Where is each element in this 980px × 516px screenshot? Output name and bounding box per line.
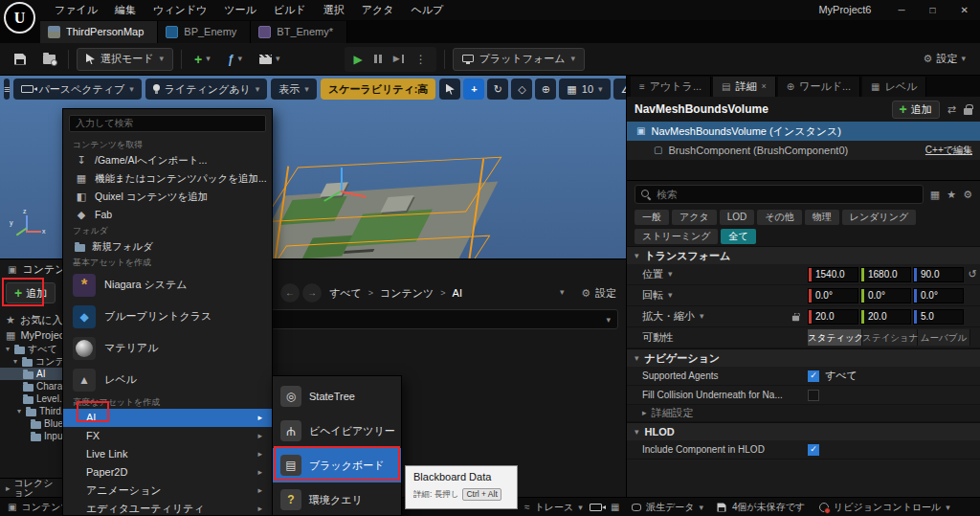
grid-status-button[interactable]: ▦ xyxy=(611,498,619,516)
supported-agents-checkbox[interactable]: ✓ xyxy=(808,370,819,382)
menu-actor[interactable]: アクタ xyxy=(353,5,403,15)
select-mode-dropdown[interactable]: 選択モード ▾ xyxy=(77,48,173,71)
mobility-movable[interactable]: ムーバブル xyxy=(918,329,970,347)
scale-z-field[interactable]: 5.0 xyxy=(913,309,964,325)
scale-tool-button[interactable]: ◇ xyxy=(511,79,532,100)
play-options-button[interactable]: ⋮ xyxy=(415,54,427,65)
tab-bp-enemy[interactable]: BP_Enemy xyxy=(158,21,251,43)
save-button[interactable] xyxy=(10,48,31,71)
menu-item-import[interactable]: ↧ /Game/AIへインポート... xyxy=(63,151,272,169)
unsaved-button[interactable]: 4個が未保存です xyxy=(716,498,805,516)
scale-y-field[interactable]: 20.0 xyxy=(860,309,911,325)
menu-tools[interactable]: ツール xyxy=(215,5,265,15)
forward-button[interactable]: → xyxy=(302,283,322,303)
scalability-button[interactable]: スケーラビリティ:高 xyxy=(321,79,435,100)
select-tool-button[interactable] xyxy=(439,79,460,100)
rotation-y-field[interactable]: 0.0° xyxy=(860,288,911,303)
tab-thirdpersonmap[interactable]: ThirdPersonMap xyxy=(40,21,158,43)
menu-window[interactable]: ウィンドウ xyxy=(145,5,215,15)
menu-item-editor-utility[interactable]: エディタユーティリティ ▸ xyxy=(63,500,272,516)
menu-item-blueprint-class[interactable]: ◆ ブループリントクラス xyxy=(63,301,272,332)
filter-actor[interactable]: アクタ xyxy=(672,210,717,225)
rotation-snap-dropdown[interactable]: ∠ ▾ xyxy=(613,79,626,100)
scale-label[interactable]: 拡大・縮小 ▾ xyxy=(642,311,808,322)
filter-streaming[interactable]: ストリーミング xyxy=(635,229,718,244)
rotation-label[interactable]: 回転 ▾ xyxy=(642,290,808,301)
filter-all[interactable]: 全て xyxy=(721,229,755,244)
platforms-dropdown[interactable]: プラットフォーム ▾ xyxy=(453,48,585,71)
submenu-item-statetree[interactable]: ◎ StateTree xyxy=(273,379,401,414)
menu-item-quixel[interactable]: ◧ Quixel コンテンツを追加 xyxy=(63,188,272,206)
menu-help[interactable]: ヘルプ xyxy=(402,5,452,15)
browser-settings-button[interactable]: ⚙ 設定 xyxy=(581,283,616,303)
filter-misc[interactable]: その他 xyxy=(757,210,801,225)
submenu-item-behavior-tree[interactable]: Ψ ビヘイビアツリー xyxy=(273,414,401,448)
skip-button[interactable]: ▶ xyxy=(393,55,404,63)
blueprints-button[interactable]: ƒ ▾ xyxy=(223,48,247,71)
section-transform[interactable]: ▾ トランスフォーム xyxy=(627,246,980,264)
location-y-field[interactable]: 1680.0 xyxy=(860,267,911,282)
close-button[interactable]: ✕ xyxy=(961,6,969,15)
unreal-logo[interactable]: U xyxy=(4,2,35,34)
rotation-z-field[interactable]: 0.0° xyxy=(913,288,964,303)
show-dropdown[interactable]: 表示 ▾ xyxy=(271,79,317,100)
swap-icon[interactable]: ⇄ xyxy=(947,104,956,115)
advanced-expander[interactable]: ▸ 詳細設定 xyxy=(627,405,980,422)
tab-details[interactable]: ▤ 詳細 × xyxy=(713,77,776,97)
revision-control-button[interactable]: リビジョンコントロール ▾ xyxy=(819,498,950,516)
perspective-dropdown[interactable]: パースペクティブ ▾ xyxy=(13,79,141,100)
lock-icon[interactable] xyxy=(964,108,972,115)
menu-item-live-link[interactable]: Live Link ▸ xyxy=(63,445,272,463)
menu-item-paper2d[interactable]: Paper2D ▸ xyxy=(63,463,272,482)
rotate-tool-button[interactable]: ↻ xyxy=(487,79,508,100)
add-component-button[interactable]: + 追加 xyxy=(892,101,940,119)
capture-status-button[interactable] xyxy=(590,498,602,516)
reset-location-button[interactable]: ↺ xyxy=(966,269,979,280)
menu-item-material[interactable]: マテリアル xyxy=(63,332,272,364)
menu-item-level[interactable]: ▲ レベル xyxy=(63,364,272,395)
rotation-x-field[interactable]: 0.0° xyxy=(808,288,858,303)
close-icon[interactable]: × xyxy=(762,82,767,91)
favorites-star-icon[interactable]: ★ xyxy=(947,190,956,200)
location-x-field[interactable]: 1540.0 xyxy=(808,267,858,282)
tab-bt-enemy[interactable]: BT_Enemy* xyxy=(251,21,347,43)
menu-file[interactable]: ファイル xyxy=(46,5,106,15)
instance-row[interactable]: ▣ NavMeshBoundsVolume (インスタンス) xyxy=(627,122,980,141)
menu-item-fx[interactable]: FX ▸ xyxy=(63,427,272,445)
menu-item-animation[interactable]: アニメーション ▸ xyxy=(63,482,272,500)
grid-view-icon[interactable]: ▦ xyxy=(930,190,940,200)
mobility-static[interactable]: スタティック xyxy=(808,329,862,347)
maximize-button[interactable]: □ xyxy=(930,6,936,15)
tab-world-settings[interactable]: ⊕ ワールド... xyxy=(778,77,860,97)
filter-rendering[interactable]: レンダリング xyxy=(842,210,916,225)
tab-outliner[interactable]: ≡ アウトラ... xyxy=(631,77,711,97)
submenu-item-env-query[interactable]: ? 環境クエリ xyxy=(273,482,401,516)
trace-button[interactable]: ≈ トレース ▾ xyxy=(524,498,583,516)
filter-physics[interactable]: 物理 xyxy=(805,210,839,225)
menu-item-fab[interactable]: ◆ Fab xyxy=(63,206,272,224)
gizmo-z-axis[interactable] xyxy=(341,168,343,192)
tab-levels[interactable]: ▦ レベル xyxy=(862,77,926,97)
scale-x-field[interactable]: 20.0 xyxy=(808,309,858,325)
gear-icon[interactable]: ⚙ xyxy=(963,190,972,200)
grid-snap-dropdown[interactable]: ▦ 10 ▾ xyxy=(559,79,610,100)
breadcrumb-current[interactable]: AI xyxy=(453,288,462,299)
fill-collision-checkbox[interactable] xyxy=(808,390,819,401)
section-navigation[interactable]: ▾ ナビゲーション xyxy=(627,348,980,367)
minimize-button[interactable]: ─ xyxy=(898,6,904,15)
breadcrumb-root[interactable]: すべて xyxy=(329,288,362,299)
menu-select[interactable]: 選択 xyxy=(315,5,353,15)
add-actor-button[interactable]: + ▾ xyxy=(189,48,215,71)
back-button[interactable]: ← xyxy=(280,283,300,303)
menu-build[interactable]: ビルド xyxy=(265,5,315,15)
filter-lod[interactable]: LOD xyxy=(720,210,755,225)
view-mode-dropdown[interactable]: ライティングあり ▾ xyxy=(145,79,268,100)
menu-item-new-folder[interactable]: 新規フォルダ xyxy=(63,237,272,256)
uniform-scale-lock-icon[interactable] xyxy=(792,316,799,322)
pause-button[interactable] xyxy=(374,55,382,63)
filter-general[interactable]: 一般 xyxy=(635,210,669,225)
settings-dropdown[interactable]: ⚙ 設定 ▾ xyxy=(919,48,970,71)
derived-data-button[interactable]: 派生データ ▾ xyxy=(632,498,703,516)
viewport-menu-button[interactable]: ≡ xyxy=(4,79,10,100)
browse-content-button[interactable] xyxy=(38,48,60,71)
